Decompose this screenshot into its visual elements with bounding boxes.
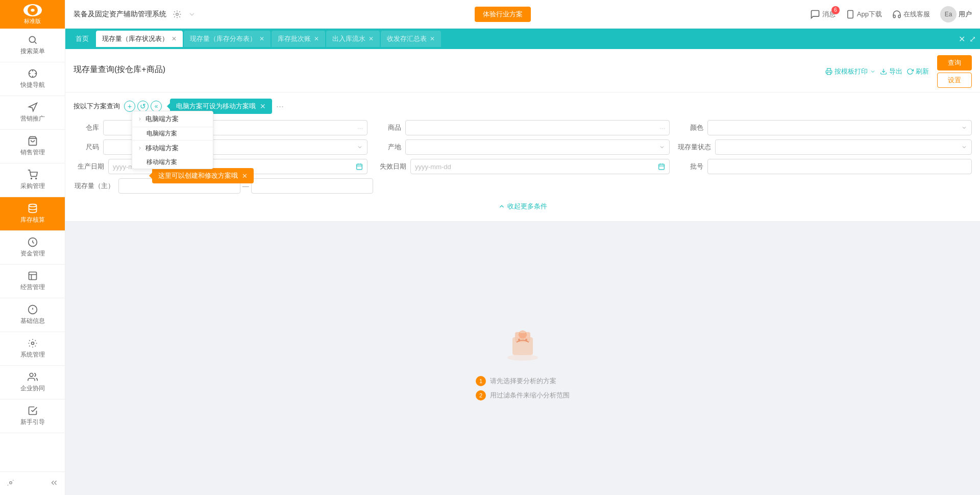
scheme-pc-item-label: 电脑端方案	[146, 130, 177, 137]
data-area: 1 请先选择要分析的方案 2 用过滤条件来缩小分析范围	[65, 222, 980, 495]
online-service-item[interactable]: 在线客服	[892, 10, 930, 19]
export-btn[interactable]: 导出	[880, 67, 902, 76]
system-settings-icon[interactable]	[173, 10, 182, 19]
sidebar-item-purchase[interactable]: 采购管理	[0, 163, 65, 197]
tab-home[interactable]: 首页	[69, 34, 95, 43]
sidebar-item-label: 快捷导航	[20, 81, 45, 89]
size-arrow-icon	[357, 144, 363, 150]
sidebar-item-finance[interactable]: 资金管理	[0, 231, 65, 265]
create-scheme-tooltip-wrapper: 这里可以创建和修改方案哦 ✕	[152, 168, 254, 183]
settings-icon[interactable]	[6, 478, 15, 489]
app-download-label: App下载	[857, 10, 882, 19]
tab-batch-account[interactable]: 库存批次账 ✕	[272, 31, 325, 47]
sidebar-item-search[interactable]: 搜索菜单	[0, 29, 65, 62]
sidebar-logo: 标准版	[0, 0, 65, 29]
scheme-panel-item-mobile[interactable]: 移动端方案	[132, 140, 213, 156]
tab-inventory-status[interactable]: 现存量（库存状况表） ✕	[96, 31, 183, 47]
tab-bar: 首页 现存量（库存状况表） ✕ 现存量（库存分布表） ✕ 库存批次账 ✕ 出入库…	[65, 29, 980, 49]
user-label: 用户	[959, 10, 972, 19]
scheme-pc-item[interactable]: 电脑端方案	[132, 127, 213, 140]
svg-point-5	[35, 178, 36, 179]
svg-rect-18	[827, 72, 831, 75]
inventory-status-select[interactable]	[715, 139, 972, 155]
collapse-btn[interactable]: 收起更多条件	[74, 198, 972, 215]
step-2-text: 用过滤条件来缩小分析范围	[490, 391, 570, 400]
svg-point-13	[30, 373, 33, 377]
sidebar-item-guide[interactable]: 新手引导	[0, 399, 65, 433]
back-scheme-btn[interactable]: «	[151, 101, 162, 112]
sidebar-item-basic[interactable]: 基础信息	[0, 298, 65, 332]
sidebar-item-marketing[interactable]: 营销推广	[0, 96, 65, 130]
dropdown-arrow-icon[interactable]	[188, 10, 196, 18]
add-scheme-btn[interactable]: +	[124, 101, 135, 112]
refresh-btn[interactable]: 刷新	[906, 67, 929, 76]
product-dots: ···	[659, 124, 665, 132]
tab-close-icon[interactable]: ✕	[259, 35, 264, 42]
refresh-scheme-btn[interactable]: ↺	[137, 101, 149, 112]
message-icon-item[interactable]: 6 消息	[810, 9, 836, 19]
sidebar-item-inventory[interactable]: 库存核算	[0, 197, 65, 231]
scheme-panel-item-pc[interactable]: 电脑端方案	[132, 111, 213, 127]
content-header: 现存量查询(按仓库+商品) 按模板打印 导出 刷新	[65, 49, 980, 92]
expire-date-input[interactable]: yyyy-mm-dd	[410, 159, 670, 174]
batch-input[interactable]	[707, 159, 972, 174]
origin-select[interactable]	[405, 139, 670, 155]
tab-close-icon[interactable]: ✕	[369, 35, 374, 42]
svg-point-34	[525, 339, 527, 341]
filter-label: 按以下方案查询	[74, 102, 120, 111]
svg-point-15	[176, 13, 179, 15]
logo-icon	[23, 4, 42, 16]
export-label: 导出	[889, 67, 902, 76]
tab-home-label: 首页	[76, 35, 89, 42]
tab-in-out-flow[interactable]: 出入库流水 ✕	[326, 31, 380, 47]
scheme-mobile-item[interactable]: 移动端方案	[132, 156, 213, 169]
tab-close-icon[interactable]: ✕	[314, 35, 319, 42]
color-arrow-icon	[961, 125, 967, 131]
tab-close-icon[interactable]: ✕	[172, 35, 177, 42]
sidebar-item-enterprise[interactable]: 企业协同	[0, 366, 65, 399]
filter-col-inventory-status: 现存量状态	[678, 139, 972, 155]
svg-point-1	[29, 36, 35, 42]
print-btn[interactable]: 按模板打印	[825, 67, 876, 76]
filter-col-batch: 批号	[678, 159, 972, 174]
fullscreen-icon[interactable]: ⤢	[969, 34, 976, 44]
color-select[interactable]	[707, 120, 972, 135]
product-select[interactable]: ···	[405, 120, 670, 135]
tab-label: 出入库流水	[332, 34, 365, 43]
tab-inventory-dist[interactable]: 现存量（库存分布表） ✕	[184, 31, 271, 47]
system-name: 装备及固定资产辅助管理系统	[74, 10, 166, 19]
create-scheme-close[interactable]: ✕	[242, 172, 248, 180]
scheme-tooltip-text: 电脑方案可设为移动方案哦	[176, 102, 256, 111]
scheme-tooltip-close[interactable]: ✕	[260, 102, 266, 110]
close-all-tabs-icon[interactable]: ✕	[959, 34, 965, 44]
svg-point-28	[507, 355, 538, 361]
tab-close-icon[interactable]: ✕	[430, 35, 435, 42]
sidebar-nav: 搜索菜单 快捷导航 营销推广 销售管理 采购管理 库存核算 资金管理 经营管理	[0, 29, 65, 472]
expire-date-label: 失效日期	[376, 162, 406, 171]
search-btn[interactable]: 查询	[937, 55, 972, 70]
app-download-item[interactable]: App下载	[846, 10, 882, 19]
size-label: 尺码	[74, 143, 99, 152]
origin-label: 产地	[376, 143, 401, 152]
trial-btn[interactable]: 体验行业方案	[475, 7, 531, 22]
tab-collect-summary[interactable]: 收发存汇总表 ✕	[381, 31, 441, 47]
sidebar-item-quick[interactable]: 快捷导航	[0, 62, 65, 96]
reset-btn[interactable]: 设置	[937, 73, 972, 88]
create-scheme-tooltip: 这里可以创建和修改方案哦 ✕	[152, 168, 254, 183]
svg-rect-8	[29, 272, 36, 280]
inventory-qty-label: 现存量（主）	[74, 181, 114, 191]
svg-rect-32	[520, 331, 526, 333]
expire-date-placeholder: yyyy-mm-dd	[415, 163, 451, 171]
sidebar-item-operations[interactable]: 经营管理	[0, 265, 65, 298]
empty-steps: 1 请先选择要分析的方案 2 用过滤条件来缩小分析范围	[476, 376, 570, 400]
svg-point-14	[10, 482, 12, 484]
user-item[interactable]: Ea 用户	[940, 6, 972, 22]
sidebar-item-system[interactable]: 系统管理	[0, 332, 65, 366]
dots-menu-1[interactable]: ···	[276, 101, 284, 112]
header-left: 装备及固定资产辅助管理系统	[74, 10, 196, 19]
collapse-sidebar-btn[interactable]	[50, 478, 59, 489]
sidebar-item-sales[interactable]: 销售管理	[0, 130, 65, 163]
inventory-qty-to[interactable]	[251, 178, 373, 194]
headset-icon	[892, 10, 901, 19]
print-label: 按模板打印	[835, 67, 868, 76]
